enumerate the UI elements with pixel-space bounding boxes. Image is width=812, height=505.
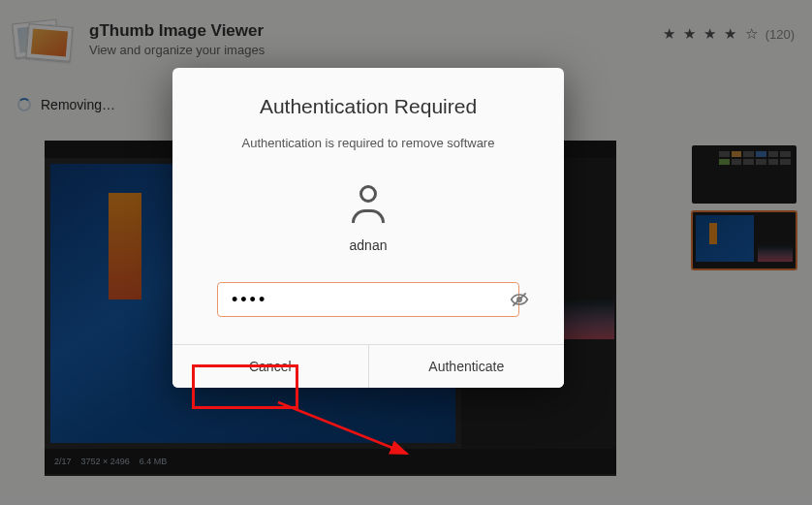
user-icon xyxy=(347,185,390,228)
dialog-title: Authentication Required xyxy=(198,95,539,118)
password-input[interactable] xyxy=(217,282,519,317)
reveal-password-icon[interactable] xyxy=(510,290,529,309)
app-root: gThumb Image Viewer View and organize yo… xyxy=(0,0,812,505)
auth-dialog: Authentication Required Authentication i… xyxy=(172,68,564,388)
dialog-message: Authentication is required to remove sof… xyxy=(198,136,539,150)
authenticate-button[interactable]: Authenticate xyxy=(368,345,565,388)
dialog-button-row: Cancel Authenticate xyxy=(172,344,564,388)
cancel-button[interactable]: Cancel xyxy=(172,345,368,388)
dialog-username: adnan xyxy=(198,237,539,253)
